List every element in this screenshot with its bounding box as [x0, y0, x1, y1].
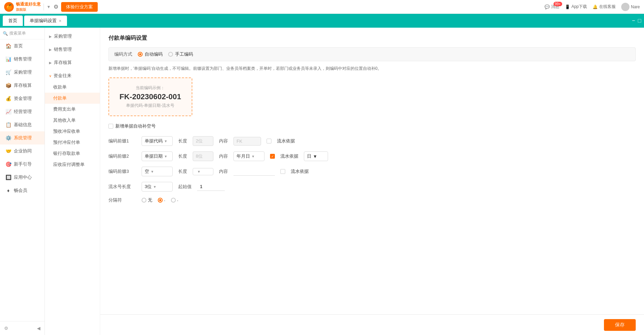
sidebar-item-home[interactable]: 🏠 首页 [0, 39, 45, 53]
sub-menu-item-bank[interactable]: 银行存取款单 [45, 148, 100, 159]
preview-label: 当前编码示例： [119, 85, 181, 91]
content3-input[interactable] [233, 167, 275, 176]
sidebar-settings-icon[interactable]: ⚙ [4, 326, 8, 331]
page-title: 付款单编码设置 [108, 35, 636, 42]
topbar-divider [44, 3, 44, 10]
topbar-right: 💬 消息 99+ 📱 App下载 🔔 在线客服 Nare [545, 3, 640, 11]
download-item[interactable]: 📱 App下载 [565, 4, 587, 10]
sub-menu-item-adjustment[interactable]: 应收应付调整单 [45, 159, 100, 170]
content1-input [233, 137, 261, 146]
sidebar-item-finance[interactable]: 💰 资金管理 [0, 92, 45, 105]
sidebar-item-app[interactable]: 🔲 应用中心 [0, 171, 45, 184]
cooperation-icon: 🤝 [6, 148, 11, 154]
sub-menu-header-sales[interactable]: ▶ 销售管理 [45, 44, 100, 55]
sub-menu-header-purchase[interactable]: ▶ 采购管理 [45, 30, 100, 42]
sidebar-item-basic[interactable]: 📋 基础信息 [0, 118, 45, 131]
sub-menu-item-advance-recv[interactable]: 预收冲应收单 [45, 126, 100, 137]
sidebar-item-member[interactable]: ♦ 畅会员 [0, 184, 45, 197]
minimize-btn[interactable]: − [632, 18, 635, 24]
tab-invoice-label: 单据编码设置 [30, 18, 57, 24]
auto-fill-checkbox[interactable] [108, 124, 113, 129]
separator-row: 分隔符 无 · · [108, 197, 636, 203]
settings-icon[interactable]: ⚙ [54, 3, 58, 10]
basic-icon: 📋 [6, 122, 11, 128]
serial3-checkbox[interactable] [280, 169, 285, 174]
separator-label: 分隔符 [108, 197, 136, 203]
sidebar-item-cooperation[interactable]: 🤝 企业协同 [0, 145, 45, 158]
content2-select[interactable]: 年月日 ▼ [233, 151, 265, 161]
sidebar-item-purchase[interactable]: 🛒 采购管理 [0, 66, 45, 79]
serial2-checkbox[interactable]: ✓ [270, 154, 275, 159]
sep-dot2-btn[interactable] [171, 198, 176, 203]
sidebar-collapse-icon[interactable]: ◀ [37, 326, 40, 331]
sidebar-operation-label: 经营管理 [14, 109, 32, 115]
start-value-label: 起始值 [178, 184, 192, 190]
service-item[interactable]: 🔔 在线客服 [593, 4, 616, 10]
main-layout: 🔍 搜索菜单 🏠 首页 📊 销售管理 🛒 采购管理 📦 库存核算 💰 资金管理 … [0, 28, 644, 335]
content2-value: 年月日 [237, 153, 250, 159]
sidebar-item-system[interactable]: ⚙️ 系统管理 [0, 131, 45, 145]
app-logo: 🍊 畅通道好生意 旗舰版 [4, 1, 41, 12]
prefix3-select[interactable]: 空 ▼ [142, 167, 173, 176]
sidebar-item-operation[interactable]: 📈 经营管理 [0, 105, 45, 118]
sidebar-item-guide[interactable]: 🎯 新手引导 [0, 158, 45, 171]
sidebar-item-inventory[interactable]: 📦 库存核算 [0, 79, 45, 92]
prefix2-value: 单据日期 [145, 153, 163, 159]
system-icon: ⚙️ [6, 135, 11, 141]
sep-none-radio[interactable]: 无 [142, 197, 152, 203]
sub-menu-item-expense[interactable]: 费用支出单 [45, 104, 100, 115]
length2-value: 8位 [193, 151, 213, 161]
serial2-unit-select[interactable]: 日 ▼ [304, 151, 328, 161]
length3-select[interactable]: ▼ [193, 168, 213, 175]
auto-coding-radio[interactable]: 自动编码 [138, 51, 163, 57]
save-button[interactable]: 保存 [604, 319, 636, 331]
search-label: 搜索菜单 [9, 30, 26, 36]
sidebar-item-sales[interactable]: 📊 销售管理 [0, 53, 45, 66]
tab-home[interactable]: 首页 [3, 16, 23, 26]
serial-length-select[interactable]: 3位 ▼ [142, 182, 173, 192]
sub-sidebar: ▶ 采购管理 ▶ 销售管理 ▶ 库存核算 ∨ 资金往来 [45, 28, 100, 335]
serial1-checkbox[interactable] [267, 139, 271, 143]
message-item[interactable]: 💬 消息 99+ [545, 4, 559, 10]
auto-radio-btn[interactable] [138, 52, 143, 57]
tab-invoice-code[interactable]: 单据编码设置 ✕ [24, 16, 67, 26]
serial3-label: 流水依据 [291, 168, 309, 175]
prefix2-select[interactable]: 单据日期 ▼ [142, 151, 173, 161]
topbar-left: 🍊 畅通道好生意 旗舰版 ▼ ⚙ 体验行业方案 [4, 1, 98, 12]
prefix1-select[interactable]: 单据代码 ▼ [142, 136, 173, 146]
sidebar-inventory-label: 库存核算 [14, 82, 32, 89]
sidebar-search[interactable]: 🔍 搜索菜单 [0, 28, 45, 39]
length3-arrow: ▼ [197, 170, 201, 174]
tab-close-icon[interactable]: ✕ [59, 19, 61, 23]
sep-none-btn[interactable] [142, 198, 146, 203]
sidebar-app-label: 应用中心 [14, 174, 32, 180]
sub-menu-item-receipt[interactable]: 收款单 [45, 82, 100, 93]
avatar [621, 3, 629, 11]
sub-menu-item-income[interactable]: 其他收入单 [45, 115, 100, 126]
manual-radio-btn[interactable] [168, 52, 173, 57]
user-avatar[interactable]: Nare [621, 3, 640, 11]
sep-dot-radio[interactable]: · [158, 198, 165, 203]
sep-dot2-radio[interactable]: · [171, 198, 179, 203]
sidebar-cooperation-label: 企业协同 [14, 148, 32, 154]
sep-dot-btn[interactable] [158, 198, 163, 203]
auto-fill-row: 新增单据自动补空号 [108, 123, 636, 129]
start-value-input[interactable] [197, 183, 225, 191]
industry-btn[interactable]: 体验行业方案 [61, 2, 98, 12]
sub-menu-item-advance-pay[interactable]: 预付冲应付单 [45, 137, 100, 148]
sub-menu-header-finance[interactable]: ∨ 资金往来 [45, 70, 100, 82]
arrow-inventory: ▶ [49, 61, 52, 65]
sub-menu-item-payment[interactable]: 付款单 [45, 93, 100, 104]
tabbar-actions: − □ [632, 18, 641, 24]
sub-menu-header-inventory[interactable]: ▶ 库存核算 [45, 57, 100, 68]
nav-arrow[interactable]: ▼ [47, 4, 51, 9]
service-icon: 🔔 [593, 4, 598, 9]
manual-coding-radio[interactable]: 手工编码 [168, 51, 193, 57]
manual-coding-label: 手工编码 [175, 51, 193, 57]
serial-length-arrow: ▼ [153, 185, 156, 189]
serial-length-label: 流水号长度 [108, 184, 136, 190]
length1-label: 长度 [178, 138, 187, 144]
finance-icon: 💰 [6, 96, 11, 101]
length3-label: 长度 [178, 168, 187, 175]
maximize-btn[interactable]: □ [638, 18, 641, 24]
